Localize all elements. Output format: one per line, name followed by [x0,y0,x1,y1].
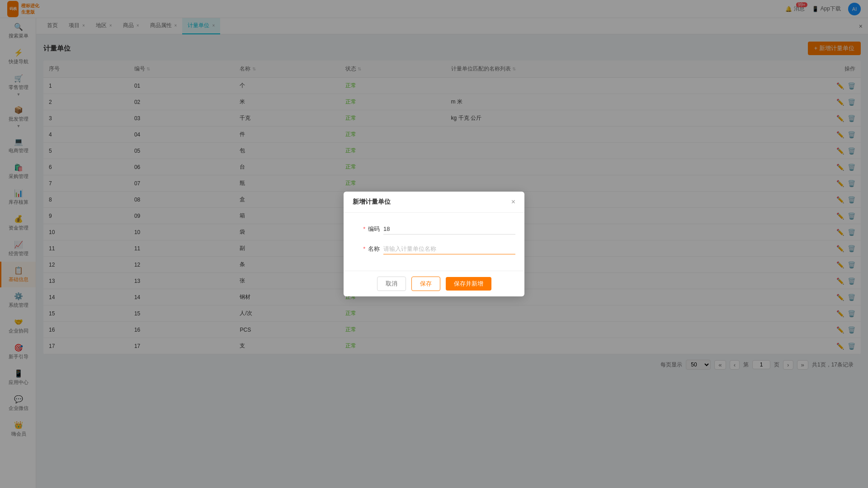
modal-close-button[interactable]: × [511,198,515,206]
modal-header: 新增计量单位 × [344,192,524,213]
save-button[interactable]: 保存 [411,277,440,291]
modal-title: 新增计量单位 [353,198,391,206]
required-mark-code: * [363,225,365,232]
modal-body: * 编码 * 名称 [344,213,524,271]
save-and-new-button[interactable]: 保存并新增 [446,277,491,291]
form-row-name: * 名称 [353,244,515,254]
add-unit-modal: 新增计量单位 × * 编码 * 名称 取消 保存 保存并新增 [344,192,524,296]
form-row-code: * 编码 [353,224,515,235]
modal-overlay[interactable]: 新增计量单位 × * 编码 * 名称 取消 保存 保存并新增 [0,0,868,488]
cancel-button[interactable]: 取消 [377,277,406,291]
code-input[interactable] [383,224,515,235]
code-label: * 编码 [353,225,380,233]
name-label: * 名称 [353,245,380,253]
required-mark-name: * [363,245,365,252]
name-input[interactable] [383,244,515,254]
modal-footer: 取消 保存 保存并新增 [344,271,524,296]
